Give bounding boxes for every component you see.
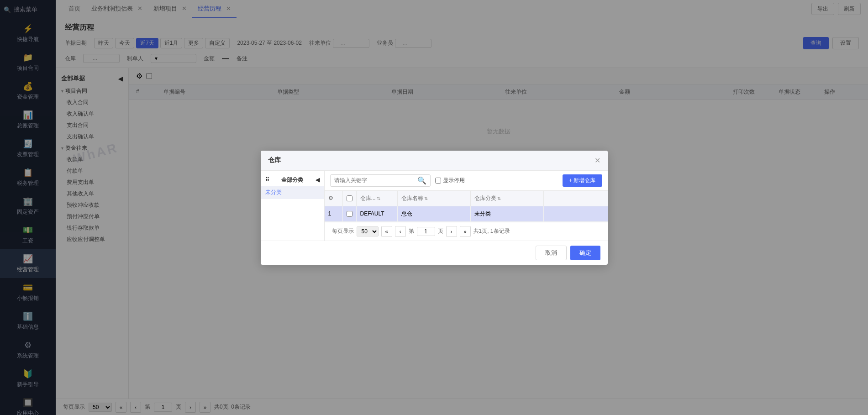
cancel-button[interactable]: 取消 bbox=[536, 246, 567, 260]
show-disabled-checkbox[interactable] bbox=[435, 178, 441, 184]
collapse-left-icon[interactable]: ◀ bbox=[316, 177, 320, 183]
td-category: 未分类 bbox=[471, 206, 544, 221]
modal-table-row[interactable]: 1 DEFAULT 总仓 未分类 bbox=[325, 206, 608, 222]
confirm-button[interactable]: 确定 bbox=[570, 246, 600, 260]
sort-icon: ⇅ bbox=[424, 196, 428, 201]
th-warehouse-category: 仓库分类 ⇅ bbox=[471, 191, 544, 206]
modal-toolbar: 🔍 显示停用 + 新增仓库 bbox=[325, 171, 608, 191]
th-settings: ⚙ bbox=[325, 191, 343, 206]
sort-icon: ⇅ bbox=[497, 196, 501, 201]
modal-action-footer: 取消 确定 bbox=[261, 241, 608, 265]
show-disabled-toggle: 显示停用 bbox=[435, 177, 465, 184]
page-unit: 页 bbox=[438, 227, 443, 235]
modal-page-last[interactable]: » bbox=[460, 226, 471, 237]
sort-icon: ⇅ bbox=[377, 196, 380, 201]
modal-search-input[interactable] bbox=[334, 177, 416, 184]
th-warehouse-name-label: 仓库名称 bbox=[401, 194, 423, 202]
modal-pagination: 每页显示 50 « ‹ 第 页 › » 共1页, 1条记录 bbox=[325, 222, 608, 241]
td-code: DEFAULT bbox=[357, 206, 398, 221]
modal-close-button[interactable]: ✕ bbox=[594, 156, 600, 165]
modal-page-prev[interactable]: ‹ bbox=[395, 226, 406, 237]
modal-header: 仓库 ✕ bbox=[261, 151, 608, 171]
per-page-label: 每页显示 bbox=[332, 227, 354, 235]
modal-page-next[interactable]: › bbox=[446, 226, 457, 237]
th-warehouse-code-label: 仓库... bbox=[360, 194, 376, 202]
modal-category-panel: ⠿ 全部分类 ◀ 未分类 bbox=[261, 171, 325, 241]
modal-per-page-select[interactable]: 50 bbox=[357, 226, 379, 236]
modal-right-panel: 🔍 显示停用 + 新增仓库 ⚙ bbox=[325, 171, 608, 241]
modal-page-input[interactable] bbox=[417, 227, 435, 236]
modal-table: ⚙ 仓库... ⇅ 仓库名称 ⇅ 仓库分类 bbox=[325, 191, 608, 222]
td-name: 总仓 bbox=[398, 206, 471, 221]
td-num: 1 bbox=[325, 206, 343, 221]
search-icon: 🔍 bbox=[417, 176, 426, 185]
modal-overlay: 仓库 ✕ ⠿ 全部分类 ◀ 未分类 🔍 bbox=[0, 0, 868, 415]
select-all-modal-checkbox[interactable] bbox=[347, 195, 352, 201]
all-categories-label: 全部分类 bbox=[281, 176, 303, 184]
warehouse-modal: 仓库 ✕ ⠿ 全部分类 ◀ 未分类 🔍 bbox=[261, 151, 608, 265]
add-warehouse-button[interactable]: + 新增仓库 bbox=[563, 174, 602, 187]
td-checkbox[interactable] bbox=[343, 206, 357, 221]
th-warehouse-category-label: 仓库分类 bbox=[474, 194, 496, 202]
row-checkbox[interactable] bbox=[347, 211, 352, 217]
th-warehouse-name: 仓库名称 ⇅ bbox=[398, 191, 471, 206]
show-disabled-label: 显示停用 bbox=[443, 177, 465, 184]
th-checkbox[interactable] bbox=[343, 191, 357, 206]
page-label: 第 bbox=[409, 227, 414, 235]
modal-body: ⠿ 全部分类 ◀ 未分类 🔍 显示停用 bbox=[261, 171, 608, 241]
all-categories-icon: ⠿ bbox=[265, 177, 269, 183]
modal-title: 仓库 bbox=[268, 156, 281, 164]
modal-left-header: ⠿ 全部分类 ◀ bbox=[261, 174, 324, 186]
modal-page-first[interactable]: « bbox=[381, 226, 392, 237]
modal-total-text: 共1页, 1条记录 bbox=[473, 227, 510, 235]
modal-search-box: 🔍 bbox=[330, 174, 431, 187]
th-warehouse-code: 仓库... ⇅ bbox=[357, 191, 398, 206]
modal-category-item-uncategorized[interactable]: 未分类 bbox=[261, 186, 324, 199]
modal-table-header: ⚙ 仓库... ⇅ 仓库名称 ⇅ 仓库分类 bbox=[325, 191, 608, 206]
